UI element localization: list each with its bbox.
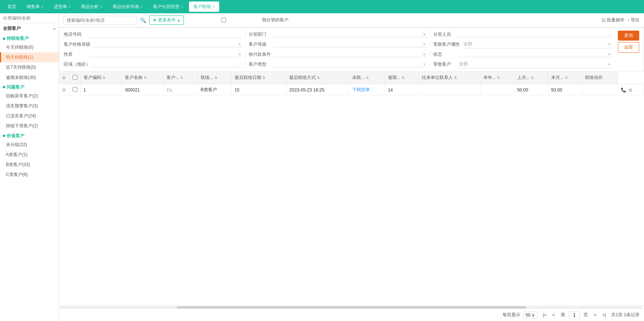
nav-home[interactable]: 首页 [3,1,21,12]
filter-phone-label: 电话号码 [64,31,86,38]
prev-page-button[interactable]: < [550,312,557,318]
row-settings-icon[interactable]: ⚙ [59,84,69,96]
filter-customer-level-select[interactable]: ∨ [273,41,427,47]
sort-contact-icon[interactable]: ⇅ [214,76,217,80]
table-header-row: ⚙ 客户编码⇅ 客户名称⇅ 客户...⇅ 联络...⇅ 最后联络日期⇅ 最后联络… [59,72,644,84]
filter-status-select[interactable]: ∨ [458,51,612,57]
close-purchase-order-icon[interactable]: × [69,5,71,9]
filter-customer-type-select[interactable]: ∨ [273,61,427,67]
filter-dept-select[interactable]: ∨ [273,31,427,37]
sort-overdue-icon[interactable]: ⇅ [402,76,405,80]
sidebar-item-declining[interactable]: 持续下滑客户(2) [0,121,59,131]
th-last-month: 上月...⇅ [514,72,548,84]
sidebar-item-lost-warning[interactable]: 流失预警客户(3) [0,101,59,111]
batch-ops-button[interactable]: ☑ 批量操作 [602,17,624,23]
filter-gender-select[interactable]: ∨ [88,51,242,57]
nav-customer-contact[interactable]: 客户联络 × [189,1,219,12]
settings-button[interactable]: 设置 [618,42,639,53]
row-action-phone-icon[interactable]: 📞 [621,87,626,93]
sidebar-item-a-customer[interactable]: A类客户(1) [0,150,59,160]
main-search-icon[interactable]: 🔍 [140,17,146,23]
sort-last-month-icon[interactable]: ⇅ [531,76,534,80]
filter-phone-field: 电话号码 [64,31,242,38]
select-all-checkbox[interactable] [73,75,77,80]
scroll-thumb[interactable] [177,306,526,308]
filter-retail-customer-select[interactable]: 全部 ∨ [458,60,612,68]
sidebar-item-7days-contact[interactable]: 近7天待联络(0) [0,62,59,72]
th-actions: 联络动作 [582,72,617,84]
sidebar-item-c-customer[interactable]: C类客户(6) [0,170,59,180]
close-product-analysis-icon[interactable]: × [100,5,102,9]
sidebar-section-problem: 问题客户 [0,83,59,91]
row-action-grid-icon[interactable]: ⊞ [629,87,632,93]
nav-customer-layered[interactable]: 客户分层经营 × [148,1,188,12]
row-last-month: 50.00 [548,84,582,96]
dept-chevron-icon: ∨ [423,32,426,36]
sidebar-item-overdue-contact[interactable]: 逾期未联络(30) [0,73,59,83]
export-button[interactable]: ↑ 导出 [627,17,640,23]
filter-payment-field: 收付款条件 ∨ [249,51,427,58]
close-customer-layered-icon[interactable]: × [181,5,183,9]
sidebar-item-abnormal-purchase[interactable]: 回购异常客户(2) [0,91,59,101]
my-customer-checkbox-area[interactable]: 我分管的客户 [187,17,288,23]
close-product-analysis-list-icon[interactable]: × [141,5,143,9]
nav-purchase-order[interactable]: 进货单 × [49,1,75,12]
filter-person-select[interactable]: ··· [458,31,612,37]
sort-name-icon[interactable]: ⇅ [144,76,147,80]
sidebar-item-tomorrow-contact[interactable]: 明天待联络(1) [0,52,59,62]
my-customer-checkbox[interactable] [187,18,260,23]
sort-this-month-icon[interactable]: ⇅ [565,76,568,80]
filter-payment-select[interactable]: ∨ [273,51,427,57]
more-filter-button[interactable]: ▼ 更多条件 ▲ [149,15,184,25]
close-sales-order-icon[interactable]: × [41,5,43,9]
nav-product-analysis-list[interactable]: 商品分析列表 × [108,1,147,12]
page-suffix: 页 [581,311,590,319]
filter-retail-attr-label: 零散客户属性 [433,41,460,48]
first-page-button[interactable]: |< [540,312,549,318]
filter-gender-field: 性质 ∨ [64,51,242,58]
filter-price-level-select[interactable]: ∨ [92,41,242,47]
next-page-button[interactable]: > [592,312,599,318]
filter-phone-input[interactable] [88,31,242,38]
sidebar-item-lost[interactable]: 已流失客户(24) [0,111,59,121]
th-last-contact-date: 最后联络日期⇅ [231,72,286,84]
last-page-button[interactable]: >| [600,312,608,318]
all-customers-title[interactable]: 全部客户 « [0,23,59,34]
sidebar-search-input[interactable] [3,15,58,21]
sort-this-year-icon[interactable]: ⇅ [497,76,500,80]
sort-code-icon[interactable]: ⇅ [102,76,105,80]
filter-dept-label: 分管部门 [249,31,271,38]
sort-unlinked-icon[interactable]: ⇅ [366,76,369,80]
query-button[interactable]: 查询 [618,31,639,41]
sort-date-icon[interactable]: ⇅ [262,76,265,80]
row-checkbox-cell [69,84,80,96]
nav-product-analysis[interactable]: 商品分析 × [77,1,107,12]
sort-contact-person-icon[interactable]: ⇅ [454,76,457,80]
section-dot-problem [3,86,5,88]
sort-method-icon[interactable]: ⇅ [317,76,320,80]
row-contact-method-link[interactable]: 下销货单 [352,87,370,92]
close-customer-contact-icon[interactable]: × [213,5,215,9]
bottom-bar: 每页显示 50 ∨ |< < 第 页 > >| 共1页 1条记录 [59,308,644,321]
th-checkbox [69,72,80,84]
checkbox-icon: ☑ [602,18,606,23]
horizontal-scrollbar[interactable] [59,306,644,308]
sidebar-item-today-contact[interactable]: 今天待联络(0) [0,42,59,52]
sort-type-icon[interactable]: ⇅ [180,76,183,80]
main-search-input[interactable] [63,16,137,25]
filter-payment-label: 收付款条件 [249,51,271,58]
section-dot-pending [3,38,5,40]
row-checkbox[interactable] [73,87,77,92]
nav-sales-order[interactable]: 销售单 × [22,1,48,12]
filter-retail-customer-field: 零散客户 全部 ∨ [433,60,612,68]
per-page-select[interactable]: 50 ∨ [523,311,538,319]
filter-retail-attr-select[interactable]: 全部 ∨ [462,40,612,48]
filter-customer-type-field: 客户类型 ∨ [249,61,427,68]
row-unlinked: 14 [385,84,419,96]
filter-divider-8 [430,61,430,68]
filter-region-select[interactable]: ··· [92,61,242,67]
filter-person-field: 分管人员 ··· [433,31,612,38]
sidebar-item-ungrouped[interactable]: 未分组(32) [0,140,59,150]
page-number-input[interactable] [569,311,580,319]
sidebar-item-b-customer[interactable]: B类客户(33) [0,160,59,170]
